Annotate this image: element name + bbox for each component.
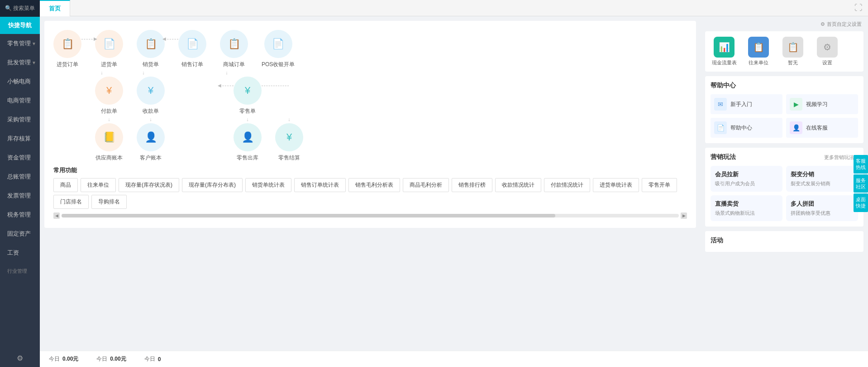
func-btn-order-stat[interactable]: 销售订单统计表 — [294, 178, 346, 192]
sidebar-item-wholesale[interactable]: 批发管理 ▼ — [0, 53, 40, 72]
float-btn-service[interactable]: 客服热线 — [854, 155, 868, 174]
sidebar-item-wages[interactable]: 工资 — [0, 243, 40, 262]
node-retail-bill[interactable]: ¥ 零售单 — [234, 77, 262, 115]
icon-tile-cashflow[interactable]: 📊 现金流量表 — [711, 37, 738, 66]
marketing-header: 营销玩法 更多营销玩法 > — [711, 153, 858, 161]
common-functions: 常用功能 商品 往来单位 现存量(库存状况表) 现存量(库存分布表) 销货单统计… — [53, 166, 687, 209]
help-item-service[interactable]: 👤 在线客服 — [786, 118, 858, 138]
help-item-beginner[interactable]: ✉ 新手入门 — [711, 94, 782, 114]
stat-item-3: 今日 0 — [144, 355, 161, 363]
func-btn-stock2[interactable]: 现存量(库存分布表) — [182, 178, 243, 192]
partners-icon: 📋 — [748, 37, 769, 58]
sidebar-item-retail[interactable]: 零售管理 ▼ — [0, 34, 40, 53]
node-mall-order[interactable]: 📋 商城订单 — [220, 30, 248, 68]
scrollbar[interactable]: ◀ ▶ — [53, 212, 687, 219]
scroll-thumb — [62, 214, 555, 217]
marketing-more-link[interactable]: 更多营销玩法 > — [824, 154, 858, 161]
node-retail-outstock[interactable]: 👤 零售出库 — [234, 123, 262, 162]
sidebar: 🔍 搜索菜单 快捷导航 零售管理 ▼ 批发管理 ▼ 小畅电商 电商管理 采购管理… — [0, 0, 40, 367]
left-panel: 📋 进货订单 ▶ 📄 进货单 — [40, 16, 701, 351]
node-purchase-order[interactable]: 📋 进货订单 — [53, 30, 81, 68]
search-icon: 🔍 — [5, 5, 12, 11]
node-sales-order[interactable]: 📄 销售订单 — [178, 30, 206, 68]
help-item-help[interactable]: 📄 帮助中心 — [711, 118, 782, 138]
node-receipt[interactable]: ¥ 收款单 — [137, 77, 165, 115]
func-btn-gross1[interactable]: 销售毛利分析表 — [348, 178, 400, 192]
node-purchase-bill[interactable]: 📄 进货单 — [95, 30, 123, 68]
icon-tile-partners[interactable]: 📋 往来单位 — [745, 37, 772, 66]
func-btn-gross2[interactable]: 商品毛利分析 — [403, 178, 449, 192]
right-panel: ⚙ 首页自定义设置 📊 现金流量表 📋 往来单位 📋 — [701, 16, 868, 351]
help-item-video[interactable]: ▶ 视频学习 — [786, 94, 858, 114]
scroll-track[interactable] — [62, 214, 679, 217]
chevron-down-icon: ▼ — [32, 41, 36, 46]
none-icon: 📋 — [782, 37, 803, 58]
func-btn-purchase-stat[interactable]: 进货单统计表 — [593, 178, 639, 192]
func-btn-rank[interactable]: 销售排行榜 — [452, 178, 492, 192]
chevron-down-icon: ▼ — [32, 60, 36, 65]
sidebar-search[interactable]: 🔍 搜索菜单 — [0, 0, 40, 17]
icon-tile-none[interactable]: 📋 暂无 — [779, 37, 806, 66]
func-btn-receipt-stat[interactable]: 收款情况统计 — [495, 178, 541, 192]
scroll-right-btn[interactable]: ▶ — [681, 212, 687, 219]
node-sales-bill[interactable]: 📋 销货单 — [137, 30, 165, 68]
stat-item-2: 今日 0.00元 — [96, 355, 126, 363]
sidebar-item-ecommerce-small[interactable]: 小畅电商 — [0, 72, 40, 91]
sidebar-item-ledger[interactable]: 总账管理 — [0, 167, 40, 186]
func-btn-sales-stat[interactable]: 销货单统计表 — [245, 178, 291, 192]
fullscreen-icon[interactable]: ⛶ — [854, 3, 868, 13]
node-supplier-account[interactable]: 📒 供应商账本 — [95, 123, 123, 162]
marketing-item-live[interactable]: 直播卖货 场景式购物新玩法 — [711, 195, 782, 221]
sidebar-item-fixed-assets[interactable]: 固定资产 — [0, 224, 40, 243]
video-icon: ▶ — [790, 98, 802, 111]
help-icon: 📄 — [714, 121, 727, 134]
sidebar-item-purchase[interactable]: 采购管理 — [0, 110, 40, 129]
quick-icons-section: 📊 现金流量表 📋 往来单位 📋 暂无 ⚙ 设置 — [705, 31, 863, 72]
func-btn-partners[interactable]: 往来单位 — [81, 178, 116, 192]
func-btn-retail-order[interactable]: 零售开单 — [642, 178, 677, 192]
float-buttons: 客服热线 服务社区 桌面快捷 — [854, 155, 868, 212]
node-pos[interactable]: 📄 POS收银开单 — [262, 30, 295, 68]
float-btn-desktop[interactable]: 桌面快捷 — [854, 193, 868, 212]
marketing-item-fission[interactable]: 裂变分销 裂变式发展分销商 — [786, 166, 858, 192]
activity-section: 活动 — [705, 231, 863, 252]
func-btn-store-rank[interactable]: 门店排名 — [53, 195, 89, 209]
marketing-item-member[interactable]: 会员拉新 吸引用户成为会员 — [711, 166, 782, 192]
service-icon: 👤 — [790, 121, 802, 134]
node-customer-account[interactable]: 👤 客户账本 — [137, 123, 165, 162]
func-btn-goods[interactable]: 商品 — [53, 178, 78, 192]
tab-homepage[interactable]: 首页 — [40, 0, 70, 16]
sidebar-item-ecommerce[interactable]: 电商管理 — [0, 91, 40, 110]
node-retail-settle[interactable]: ¥ 零售结算 — [275, 123, 303, 162]
scroll-left-btn[interactable]: ◀ — [53, 212, 60, 219]
func-btn-stock1[interactable]: 现存量(库存状况表) — [119, 178, 179, 192]
func-btn-payment-stat[interactable]: 付款情况统计 — [544, 178, 590, 192]
sidebar-item-invoice[interactable]: 发票管理 — [0, 186, 40, 205]
marketing-grid: 会员拉新 吸引用户成为会员 裂变分销 裂变式发展分销商 直播卖货 场景式购物新玩… — [711, 166, 858, 221]
homepage-setting[interactable]: ⚙ 首页自定义设置 — [820, 21, 862, 28]
stat-item-1: 今日 0.00元 — [49, 355, 78, 363]
tab-bar: 首页 ⛶ — [40, 0, 868, 16]
sidebar-item-inventory[interactable]: 库存核算 — [0, 129, 40, 148]
sidebar-item-funds[interactable]: 资金管理 — [0, 148, 40, 167]
quick-icon-row: 📊 现金流量表 📋 往来单位 📋 暂无 ⚙ 设置 — [711, 37, 858, 66]
node-payment[interactable]: ¥ 付款单 — [95, 77, 123, 115]
func-grid: 商品 往来单位 现存量(库存状况表) 现存量(库存分布表) 销货单统计表 销售订… — [53, 178, 687, 209]
gear-icon: ⚙ — [820, 21, 825, 27]
settings-icon: ⚙ — [817, 37, 838, 58]
help-grid: ✉ 新手入门 ▶ 视频学习 📄 帮助中心 👤 在线客服 — [711, 94, 858, 138]
help-center-section: 帮助中心 ✉ 新手入门 ▶ 视频学习 📄 帮助中心 👤 — [705, 76, 863, 143]
float-btn-community[interactable]: 服务社区 — [854, 174, 868, 193]
quick-nav-header: ⚙ 首页自定义设置 — [705, 21, 863, 28]
marketing-section: 营销玩法 更多营销玩法 > 会员拉新 吸引用户成为会员 裂变分销 裂变式发展分销… — [705, 148, 863, 227]
cashflow-icon: 📊 — [714, 37, 734, 58]
sidebar-settings-icon[interactable]: ⚙ — [0, 349, 40, 367]
flowchart-card: 📋 进货订单 ▶ 📄 进货单 — [44, 21, 696, 228]
icon-tile-settings[interactable]: ⚙ 设置 — [814, 37, 841, 66]
marketing-item-group[interactable]: 多人拼团 拼团购物享受优惠 — [786, 195, 858, 221]
func-btn-guide-rank[interactable]: 导购排名 — [91, 195, 127, 209]
sidebar-item-more[interactable]: 行业管理 — [0, 262, 40, 280]
main-area: 首页 ⛶ 📋 进货订单 ▶ — [40, 0, 868, 367]
content-area: 📋 进货订单 ▶ 📄 进货单 — [40, 16, 868, 351]
sidebar-item-tax[interactable]: 税务管理 — [0, 205, 40, 224]
